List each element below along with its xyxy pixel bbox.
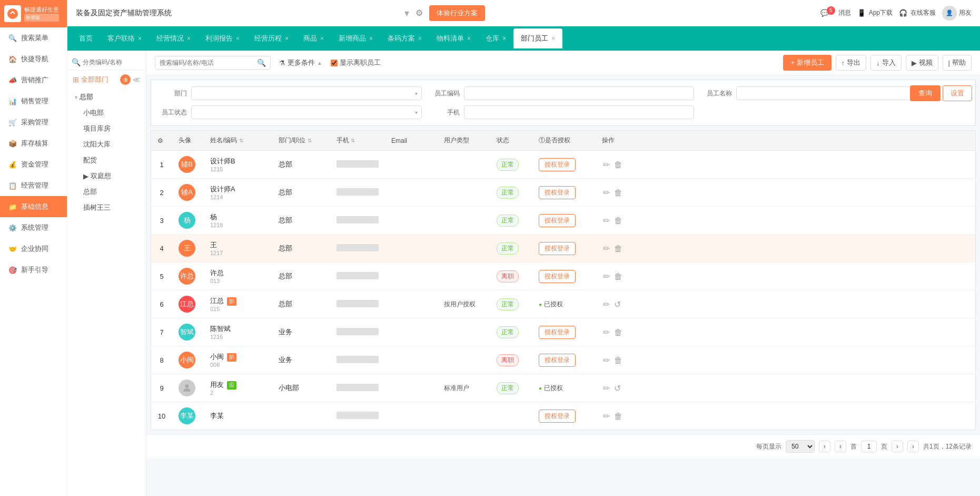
topbar-gear-btn[interactable]: ⚙: [415, 8, 423, 18]
tab-new-goods[interactable]: 新增商品 ×: [331, 28, 380, 48]
edit-btn[interactable]: ✏: [602, 271, 611, 282]
dept-all-btn[interactable]: ⊞ 全部部门: [73, 75, 108, 84]
per-page-select[interactable]: 50 100: [786, 440, 815, 453]
help-btn[interactable]: | 帮助: [943, 55, 972, 71]
import-btn[interactable]: ↓ 导入: [870, 55, 902, 71]
sidebar-item-finance[interactable]: 💰 资金管理: [0, 154, 67, 175]
delete-btn[interactable]: ↺: [613, 299, 622, 310]
edit-btn[interactable]: ✏: [602, 187, 611, 198]
dept-item-project[interactable]: 项目库房: [67, 121, 146, 137]
auth-btn[interactable]: 授权登录: [539, 270, 576, 283]
emp-code-input[interactable]: [464, 86, 695, 100]
sidebar-item-guide[interactable]: 🎯 新手引导: [0, 259, 67, 280]
edit-btn[interactable]: ✏: [602, 411, 611, 422]
delete-btn[interactable]: 🗑: [613, 411, 623, 422]
auth-btn[interactable]: 授权登录: [539, 214, 576, 227]
search-btn[interactable]: 查询: [910, 85, 941, 101]
edit-btn[interactable]: ✏: [602, 159, 611, 170]
dept-item-xiaodibu[interactable]: 小电部: [67, 105, 146, 121]
settings-btn[interactable]: 设置: [943, 85, 972, 101]
tab-warehouse[interactable]: 仓库 ×: [478, 28, 513, 48]
tab-customer[interactable]: 客户联络 ×: [100, 28, 149, 48]
prev-page-btn[interactable]: ‹: [835, 441, 846, 452]
tab-home[interactable]: 首页: [72, 28, 100, 48]
filter-search-input[interactable]: [160, 59, 255, 66]
edit-btn[interactable]: ✏: [602, 383, 611, 394]
auth-btn[interactable]: 授权登录: [539, 326, 576, 339]
filter-more-btn[interactable]: ⚗ 更多条件 ▲: [275, 56, 326, 70]
add-employee-btn[interactable]: + 新增员工: [783, 55, 831, 71]
tab-customer-close[interactable]: ×: [138, 35, 142, 42]
delete-btn[interactable]: 🗑: [613, 355, 623, 366]
col-name[interactable]: 姓名/编码 ⇅: [204, 131, 272, 151]
edit-btn[interactable]: ✏: [602, 355, 611, 366]
delete-btn[interactable]: 🗑: [613, 327, 623, 338]
tab-barcode[interactable]: 条码方案 ×: [380, 28, 429, 48]
tab-bom-close[interactable]: ×: [467, 35, 471, 42]
edit-btn[interactable]: ✏: [602, 299, 611, 310]
tab-history[interactable]: 经营历程 ×: [247, 28, 296, 48]
show-resign-checkbox[interactable]: [331, 60, 338, 66]
auth-btn[interactable]: 授权登录: [539, 242, 576, 255]
tab-goods[interactable]: 商品 ×: [296, 28, 331, 48]
dept-select[interactable]: [191, 86, 422, 100]
view-btn[interactable]: ▶ 视频: [906, 55, 938, 71]
sidebar-item-inventory[interactable]: 📦 库存核算: [0, 133, 67, 154]
phone-input[interactable]: [464, 105, 695, 119]
edit-btn[interactable]: ✏: [602, 327, 611, 338]
auth-btn[interactable]: 授权登录: [539, 410, 576, 423]
first-page-btn[interactable]: ‹: [819, 441, 830, 452]
tab-employees-close[interactable]: ×: [551, 35, 555, 42]
delete-btn[interactable]: ↺: [613, 383, 622, 394]
auth-btn[interactable]: 授权登录: [539, 158, 576, 171]
trial-btn[interactable]: 体验行业方案: [429, 5, 485, 21]
delete-btn[interactable]: 🗑: [613, 271, 623, 282]
dept-item-shenyang[interactable]: 沈阳大库: [67, 137, 146, 152]
last-page-btn[interactable]: ›: [907, 441, 919, 452]
tab-warehouse-close[interactable]: ×: [502, 35, 506, 42]
tab-barcode-close[interactable]: ×: [418, 35, 422, 42]
download-btn[interactable]: 📱 App下载: [857, 8, 893, 17]
tab-employees[interactable]: 部门员工 ×: [513, 28, 562, 48]
tab-history-close[interactable]: ×: [285, 35, 289, 42]
auth-btn[interactable]: 授权登录: [539, 186, 576, 199]
delete-btn[interactable]: 🗑: [613, 187, 623, 198]
tab-profit-close[interactable]: ×: [236, 35, 240, 42]
col-dept[interactable]: 部门/职位 ⇅: [272, 131, 330, 151]
col-phone[interactable]: 手机 ⇅: [330, 131, 385, 151]
tab-bom[interactable]: 物料清单 ×: [429, 28, 478, 48]
tab-new-goods-close[interactable]: ×: [369, 35, 373, 42]
dept-item-peihuo[interactable]: 配货: [67, 152, 146, 168]
emp-status-select[interactable]: [191, 105, 422, 119]
sidebar-item-quicknav[interactable]: 🏠 快捷导航: [0, 48, 67, 70]
sidebar-item-purchase[interactable]: 🛒 采购管理: [0, 112, 67, 133]
delete-btn[interactable]: 🗑: [613, 159, 623, 170]
edit-btn[interactable]: ✏: [602, 215, 611, 226]
sidebar-item-system[interactable]: ⚙️ 系统管理: [0, 217, 67, 238]
dept-group-general[interactable]: ▾ 总部: [67, 89, 146, 105]
service-btn[interactable]: 🎧 在线客服: [899, 8, 936, 17]
sidebar-item-basic-info[interactable]: 📁 基础信息: [0, 196, 67, 217]
dept-edit-btn[interactable]: ⊕: [120, 74, 131, 85]
col-settings[interactable]: ⚙: [151, 131, 172, 151]
sidebar-item-marketing[interactable]: 📣 营销推广: [0, 70, 67, 91]
next-page-btn[interactable]: ›: [892, 441, 903, 452]
auth-btn[interactable]: 授权登录: [539, 354, 576, 367]
message-btn[interactable]: 💬 5 消息: [820, 8, 851, 17]
dept-item-chashuwangsan[interactable]: 插树王三: [67, 200, 146, 216]
tab-goods-close[interactable]: ×: [320, 35, 324, 42]
sidebar-item-search[interactable]: 🔍 搜索菜单: [0, 27, 67, 48]
tab-operation-close[interactable]: ×: [187, 35, 191, 42]
tab-profit[interactable]: 利润报告 ×: [198, 28, 247, 48]
dept-item-shuangting[interactable]: ▶ 双庭想: [67, 168, 146, 184]
delete-btn[interactable]: 🗑: [613, 243, 623, 254]
user-menu[interactable]: 👤 用友: [942, 6, 972, 21]
tab-operation[interactable]: 经营情况 ×: [149, 28, 198, 48]
dept-search-input[interactable]: [83, 59, 142, 66]
dept-item-zongbu[interactable]: 总部: [67, 184, 146, 200]
delete-btn[interactable]: 🗑: [613, 215, 623, 226]
show-resign-filter[interactable]: 显示离职员工: [331, 58, 381, 67]
sidebar-item-collab[interactable]: 🤝 企业协同: [0, 238, 67, 259]
sidebar-item-management[interactable]: 📋 经营管理: [0, 175, 67, 196]
export-btn[interactable]: ↑ 导出: [836, 55, 867, 71]
